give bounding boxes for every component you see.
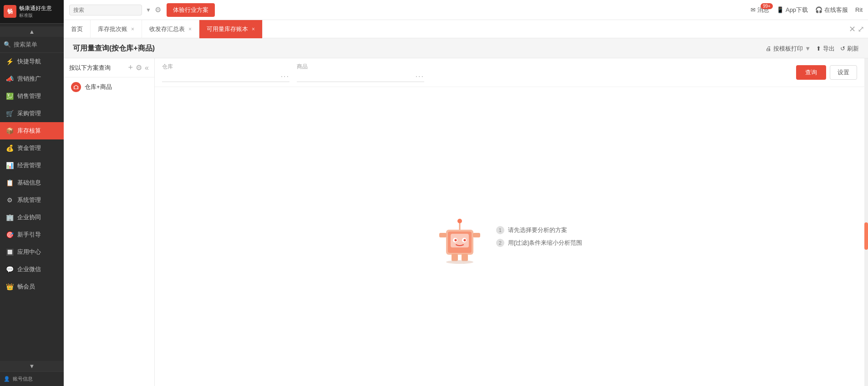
sidebar-item-wechat[interactable]: 💬 企业微信 [0,261,64,278]
export-button[interactable]: ⬆ 导出 [816,45,835,53]
right-scrollbar[interactable] [864,58,868,386]
enterprise-icon: 🏢 [5,214,14,221]
sidebar-item-label: 快捷导航 [17,57,41,66]
sidebar-item-label: 新手引导 [17,231,41,239]
sidebar-item-label: 经营管理 [17,161,41,170]
tab-close-icon[interactable]: × [131,26,134,32]
sidebar-item-member[interactable]: 👑 畅会员 [0,278,64,295]
sidebar-item-label: 销售管理 [17,92,41,100]
topbar: ▼ ⚙ 体验行业方案 ✉ 消息 99+ 📱 App下载 🎧 在线客服 Rit [64,0,868,20]
refresh-button[interactable]: ↺ 刷新 [840,45,859,53]
empty-state: 1 请先选择要分析的方案 2 用[过滤]条件来缩小分析范围 [155,87,864,386]
goods-more-icon[interactable]: ··· [416,72,424,81]
tab-home[interactable]: 首页 [64,20,91,38]
user-account[interactable]: Rit [855,6,863,13]
app-download-button[interactable]: 📱 App下载 [777,6,808,14]
tip-text-2: 用[过滤]条件来缩小分析范围 [508,239,582,247]
expand-tab-button[interactable]: ⤢ [858,24,864,34]
apps-icon: 🔲 [5,248,14,256]
edit-scheme-button[interactable]: ⚙ [136,63,142,72]
scheme-warehouse-goods[interactable]: 仓库+商品 [64,77,154,97]
wechat-icon: 💬 [5,266,14,273]
filter-bar: 仓库 ··· 商品 ··· 查询 设置 [155,58,864,87]
sidebar-item-shortcuts[interactable]: ⚡ 快捷导航 [0,53,64,70]
sidebar-item-label: 企业微信 [17,265,41,273]
tab-receive-summary[interactable]: 收发存汇总表 × [142,20,199,38]
sidebar-scroll-down[interactable]: ▼ [0,361,64,371]
app-label: App下载 [786,6,808,14]
export-label: 导出 [823,45,835,53]
tabs-bar: 首页 库存批次账 × 收发存汇总表 × 可用量库存账本 × ✕ ⤢ [64,20,868,38]
trial-button[interactable]: 体验行业方案 [167,3,215,17]
purchase-icon: 🛒 [5,110,14,117]
goods-input[interactable] [297,73,414,80]
sidebar-logo: 畅 [4,5,16,18]
topbar-right: ✉ 消息 99+ 📱 App下载 🎧 在线客服 Rit [751,6,863,14]
finance-icon: 💰 [5,144,14,152]
goods-label: 商品 [297,63,424,71]
svg-rect-7 [452,254,458,261]
search-icon: 🔍 [4,41,11,48]
tip-num-2: 2 [496,239,504,247]
sidebar-item-finance[interactable]: 💰 资金管理 [0,139,64,157]
tip-num-1: 1 [496,226,504,234]
tab-batch-account[interactable]: 库存批次账 × [91,20,142,38]
sidebar-item-system[interactable]: ⚙ 系统管理 [0,191,64,209]
print-dropdown-icon: ▼ [805,45,811,52]
sidebar-scroll-up[interactable]: ▲ [0,26,64,37]
sidebar: 畅 畅康通好生意 标准版 ▲ 🔍 搜索菜单 ⚡ 快捷导航 📣 营销推广 💹 销售… [0,0,64,386]
svg-rect-9 [439,233,447,237]
dropdown-arrow-icon[interactable]: ▼ [146,7,151,13]
sidebar-item-guide[interactable]: 🎯 新手引导 [0,226,64,243]
empty-illustration [437,214,482,259]
add-scheme-button[interactable]: + [128,63,133,72]
warehouse-filter: 仓库 ··· [162,63,289,82]
tabs-actions: ✕ ⤢ [849,24,868,34]
tab-close-icon[interactable]: × [252,26,255,32]
warehouse-icon [73,84,79,90]
left-panel-title: 按以下方案查询 [69,64,111,72]
sidebar-item-purchase[interactable]: 🛒 采购管理 [0,105,64,122]
tab-close-icon[interactable]: × [188,26,192,32]
collapse-panel-button[interactable]: « [145,64,149,72]
printer-icon: 🖨 [766,45,772,52]
print-button[interactable]: 🖨 按模板打印 ▼ [766,45,811,53]
sidebar-title: 畅康通好生意 [19,5,52,12]
sidebar-item-operations[interactable]: 📊 经营管理 [0,157,64,174]
sidebar-item-inventory[interactable]: 📦 库存核算 [0,122,64,139]
sidebar-item-label: 资金管理 [17,144,41,152]
sidebar-item-label: 营销推广 [17,75,41,83]
query-button[interactable]: 查询 [796,65,826,80]
sidebar-item-marketing[interactable]: 📣 营销推广 [0,70,64,87]
sidebar-search[interactable]: 🔍 搜索菜单 [0,37,64,53]
settings-button[interactable]: 设置 [830,65,857,80]
tab-available-ledger[interactable]: 可用量库存账本 × [199,20,263,38]
sidebar-item-label: 库存核算 [17,127,41,135]
sidebar-item-label: 系统管理 [17,196,41,204]
online-service-button[interactable]: 🎧 在线客服 [815,6,848,14]
tip-item-1: 1 请先选择要分析的方案 [496,226,582,234]
filter-actions: 查询 设置 [796,65,857,80]
svg-point-13 [446,260,473,264]
close-tab-button[interactable]: ✕ [849,24,856,34]
svg-rect-10 [473,233,480,237]
warehouse-more-icon[interactable]: ··· [281,72,289,81]
sidebar-footer: 👤 账号信息 [0,371,64,386]
warehouse-input[interactable] [162,73,279,80]
sidebar-item-apps[interactable]: 🔲 应用中心 [0,243,64,261]
export-icon: ⬆ [816,45,821,52]
search-input[interactable] [69,5,142,15]
goods-filter: 商品 ··· [297,63,424,82]
sidebar-item-basic[interactable]: 📋 基础信息 [0,174,64,191]
sidebar-item-enterprise[interactable]: 🏢 企业协同 [0,209,64,226]
sidebar-header: 畅 畅康通好生意 标准版 [0,0,64,24]
sidebar-item-sales[interactable]: 💹 销售管理 [0,87,64,105]
scrollbar-thumb [864,222,868,250]
msg-badge: 99+ [761,3,773,9]
content: 按以下方案查询 + ⚙ « 仓库+商品 [64,58,868,386]
sidebar-item-label: 采购管理 [17,109,41,118]
user-icon: 👤 [4,376,10,382]
scheme-icon [71,82,81,92]
messages-button[interactable]: ✉ 消息 99+ [751,6,769,14]
settings-icon[interactable]: ⚙ [155,5,161,14]
